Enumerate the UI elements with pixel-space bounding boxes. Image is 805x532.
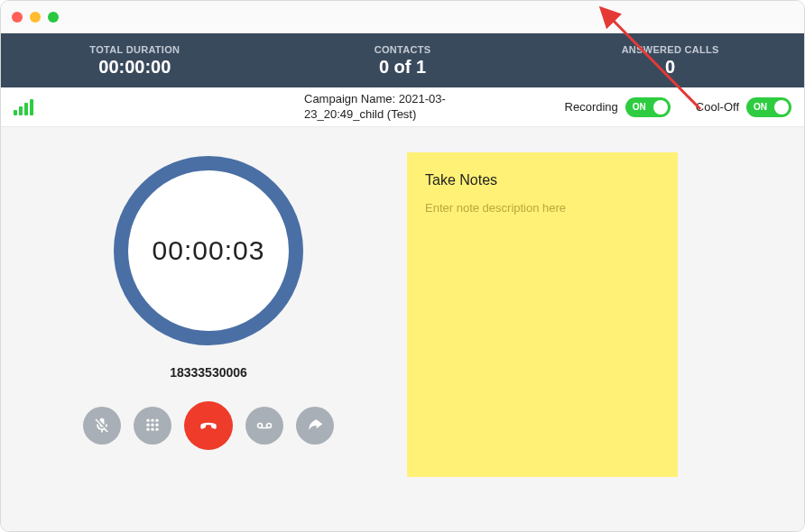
campaign-label: Campaign Name: [304,92,395,105]
stat-answered-calls: ANSWERED CALLS 0 [536,33,804,87]
forward-button[interactable] [296,407,334,445]
stat-value: 0 [536,57,804,78]
notes-title: Take Notes [425,172,660,188]
mac-titlebar [1,1,804,33]
stat-total-duration: TOTAL DURATION 00:00:00 [1,33,269,87]
toggle-section: Recording ON Cool-Off ON [565,97,791,117]
app-window: TOTAL DURATION 00:00:00 CONTACTS 0 of 1 … [0,0,805,532]
stat-label: CONTACTS [269,44,537,55]
phone-number: 18333530006 [170,365,247,380]
mute-button[interactable] [83,407,121,445]
svg-point-3 [146,424,149,427]
cooloff-toggle-group: Cool-Off ON [696,97,791,117]
call-panel: 00:00:03 18333530006 [46,152,371,495]
stat-value: 00:00:00 [1,57,269,78]
campaign-name: Campaign Name: 2021-03-23_20:49_child (T… [304,92,476,122]
stat-label: TOTAL DURATION [1,44,269,55]
svg-point-7 [151,428,153,431]
window-minimize-button[interactable] [30,12,41,23]
notes-placeholder: Enter note description here [425,201,660,215]
stat-contacts: CONTACTS 0 of 1 [269,33,537,87]
toggle-knob [653,100,668,115]
call-buttons [83,401,334,450]
forward-icon [306,417,324,435]
mute-icon [93,417,111,435]
stats-bar: TOTAL DURATION 00:00:00 CONTACTS 0 of 1 … [1,33,804,87]
cooloff-toggle[interactable]: ON [746,97,791,117]
voicemail-button[interactable] [245,407,283,445]
recording-toggle[interactable]: ON [625,97,671,117]
hangup-button[interactable] [184,401,233,450]
svg-point-0 [146,419,149,422]
info-bar: Campaign Name: 2021-03-23_20:49_child (T… [1,87,804,127]
toggle-state-label: ON [754,102,767,112]
dialpad-button[interactable] [134,407,171,445]
main-area: 00:00:03 18333530006 [1,127,804,531]
hangup-icon [197,414,220,437]
toggle-knob [774,100,789,115]
toggle-state-label: ON [633,102,646,112]
svg-point-5 [155,424,158,427]
svg-point-4 [151,424,153,427]
signal-icon [14,99,33,115]
dialpad-icon [143,417,162,435]
recording-label: Recording [565,100,618,114]
cooloff-label: Cool-Off [696,100,739,114]
svg-point-1 [151,419,153,422]
call-timer: 00:00:03 [153,235,265,266]
voicemail-icon [255,417,273,435]
stat-value: 0 of 1 [269,57,537,78]
svg-point-6 [146,428,149,431]
call-timer-ring: 00:00:03 [114,156,303,345]
svg-point-8 [155,428,158,431]
stat-label: ANSWERED CALLS [536,44,804,55]
window-zoom-button[interactable] [48,12,59,23]
recording-toggle-group: Recording ON [565,97,671,117]
window-close-button[interactable] [12,12,23,23]
svg-point-2 [155,419,158,422]
notes-panel[interactable]: Take Notes Enter note description here [407,152,678,477]
